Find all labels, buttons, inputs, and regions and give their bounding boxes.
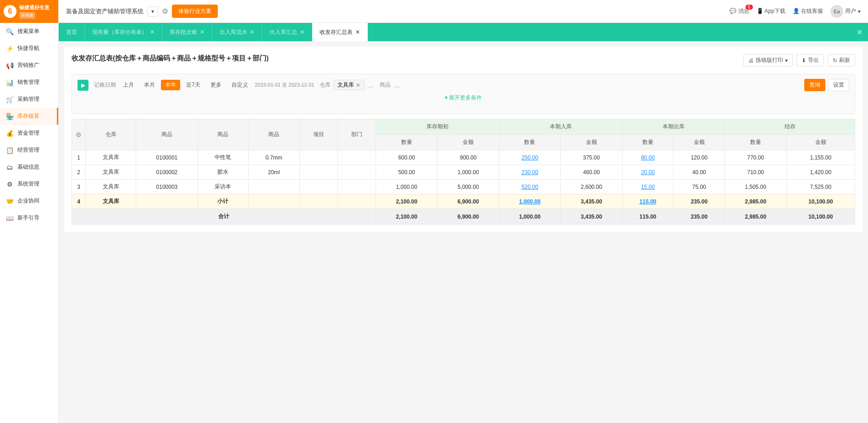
footer-out-qty: 115.00	[622, 209, 674, 225]
row-in-qty[interactable]: 520.00	[499, 180, 560, 194]
row-out-qty[interactable]: 80.00	[622, 150, 674, 165]
sidebar-item-newguide[interactable]: 📖 新手引导	[0, 209, 58, 226]
gear-icon[interactable]: ⚙	[162, 7, 168, 16]
sidebar-item-operations[interactable]: 📋 经营管理	[0, 142, 58, 159]
row-out-qty[interactable]: 20.00	[622, 165, 674, 180]
sidebar-item-label: 快捷导航	[17, 44, 39, 52]
avatar: Ea	[830, 5, 843, 18]
tab-close-recv-send-summary[interactable]: ✕	[355, 29, 360, 35]
sidebar-item-purchase[interactable]: 🛒 采购管理	[0, 91, 58, 108]
sidebar: 6 畅捷通好生意 标准版 🔍 搜索菜单 ⚡ 快捷导航 📢 营销推广 📊 销售管理…	[0, 0, 59, 423]
refresh-button[interactable]: ↻ 刷新	[828, 54, 855, 66]
sidebar-item-system[interactable]: ⚙ 系统管理	[0, 176, 58, 192]
sidebar-item-label: 营销推广	[17, 61, 39, 69]
purchase-icon: 🛒	[6, 96, 14, 103]
settings-button[interactable]: 设置	[828, 79, 849, 91]
sidebar-item-marketing[interactable]: 📢 营销推广	[0, 57, 58, 74]
footer-in-amt: 3,435.00	[561, 209, 622, 225]
date-btn-this-year[interactable]: 本年	[161, 80, 180, 90]
header-right: 💬 6 消息 📱 App下载 👤 在线客服 Ea 用户 ▾	[730, 5, 861, 18]
tab-close-batch-ledger[interactable]: ✕	[200, 29, 205, 35]
warehouse-tag[interactable]: 文具库 ✕	[333, 80, 365, 90]
row-warehouse: 文具库	[86, 180, 136, 194]
search-icon: 🔍	[6, 28, 14, 35]
row-open-qty: 500.00	[376, 165, 437, 180]
row-in-amt: 375.00	[561, 150, 622, 165]
page-title: 收发存汇总表(按仓库＋商品编码＋商品＋规格型号＋项目＋部门)	[72, 54, 269, 63]
footer-label: 合计	[72, 209, 376, 225]
date-btn-more[interactable]: 更多	[206, 80, 226, 90]
row-bal-amt: 7,525.00	[786, 180, 855, 194]
tab-recv-send-summary[interactable]: 收发存汇总表 ✕	[312, 23, 368, 41]
row-warehouse: 文具库	[86, 150, 136, 165]
col-spec: 商品	[248, 119, 299, 150]
tab-inout-flow[interactable]: 出入库流水 ✕	[212, 23, 262, 41]
sidebar-item-search[interactable]: 🔍 搜索菜单	[0, 23, 58, 40]
user-area[interactable]: Ea 用户 ▾	[830, 5, 861, 18]
sidebar-item-finance[interactable]: 💰 资金管理	[0, 125, 58, 142]
tab-close-inout-summary[interactable]: ✕	[300, 29, 304, 35]
row-in-amt: 460.00	[561, 165, 622, 180]
row-out-qty[interactable]: 15.00	[622, 180, 674, 194]
table-wrap: ⚙ 仓库 商品 商品 商品 项目 部门 库存期初 本期入库 本期出库 结存	[72, 119, 855, 225]
tab-close-stock-dist[interactable]: ✕	[150, 29, 155, 35]
sidebar-item-quicknav[interactable]: ⚡ 快捷导航	[0, 40, 58, 57]
expand-icon: ▾	[445, 94, 449, 101]
row-spec	[248, 194, 299, 209]
sidebar-item-enterprise[interactable]: 🤝 企业协同	[0, 192, 58, 209]
goods-more-dots[interactable]: ...	[393, 82, 400, 89]
content-area: 收发存汇总表(按仓库＋商品编码＋商品＋规格型号＋项目＋部门) 🖨 拣镜版打印 ▾…	[59, 41, 868, 423]
date-btn-last-month[interactable]: 上月	[119, 80, 138, 90]
table-row: 2文具库0100002胶水20ml500.001,000.00230.00460…	[72, 165, 855, 180]
row-spec: 0.7mm	[248, 150, 299, 165]
tab-home[interactable]: 首页	[59, 23, 85, 41]
footer-bal-qty: 2,985.00	[725, 209, 786, 225]
filter-collapse-btn[interactable]: ▶	[77, 80, 88, 91]
message-btn[interactable]: 💬 6 消息	[730, 7, 749, 15]
warehouse-more-dots[interactable]: ...	[367, 82, 374, 89]
footer-open-qty: 2,100.00	[376, 209, 437, 225]
row-open-qty: 2,100.00	[376, 194, 437, 209]
online-service-btn[interactable]: 👤 在线客服	[793, 7, 823, 15]
row-no: 4	[72, 194, 86, 209]
logo-text: 畅捷通好生意 标准版	[19, 4, 50, 19]
row-in-qty[interactable]: 250.00	[499, 150, 560, 165]
tab-close-inout-flow[interactable]: ✕	[250, 29, 254, 35]
col-group-in: 本期入库	[499, 119, 622, 135]
col-code: 商品	[136, 119, 198, 150]
row-warehouse: 文具库	[86, 194, 136, 209]
row-project	[299, 165, 337, 180]
row-name: 小计	[198, 194, 248, 209]
date-btn-custom[interactable]: 自定义	[227, 80, 252, 90]
warehouse-tag-close[interactable]: ✕	[356, 82, 360, 88]
row-code: 0100002	[136, 165, 198, 180]
sidebar-item-sales[interactable]: 📊 销售管理	[0, 74, 58, 91]
sales-icon: 📊	[6, 79, 14, 86]
header-left: 装备及固定资产辅助管理系统 ▾ ⚙ 体验行业方案	[66, 5, 218, 18]
sidebar-item-basic[interactable]: 🗂 基础信息	[0, 159, 58, 176]
table-settings-icon[interactable]: ⚙	[76, 131, 82, 138]
expand-more-btn[interactable]: ▾ 展开更多条件	[445, 94, 482, 102]
tab-inout-summary[interactable]: 出入库汇总 ✕	[262, 23, 312, 41]
print-icon: 🖨	[748, 57, 754, 64]
export-button[interactable]: ⬇ 导出	[796, 54, 824, 66]
row-in-qty[interactable]: 1,000.00	[499, 194, 560, 209]
date-btn-7days[interactable]: 近7天	[182, 80, 205, 90]
tab-batch-ledger[interactable]: 库存批次账 ✕	[162, 23, 212, 41]
row-out-qty[interactable]: 115.00	[622, 194, 674, 209]
row-dept	[337, 150, 376, 165]
date-btn-this-month[interactable]: 本月	[140, 80, 159, 90]
row-dept	[337, 180, 376, 194]
footer-open-amt: 6,900.00	[437, 209, 499, 225]
query-button[interactable]: 查询	[804, 79, 825, 91]
system-dropdown[interactable]: ▾	[147, 6, 158, 16]
row-in-qty[interactable]: 230.00	[499, 165, 560, 180]
message-icon: 💬	[730, 8, 736, 14]
trial-button[interactable]: 体验行业方案	[172, 5, 218, 18]
app-download-btn[interactable]: 📱 App下载	[757, 7, 785, 15]
sidebar-item-inventory[interactable]: 🏪 库存核算	[0, 108, 58, 125]
print-button[interactable]: 🖨 拣镜版打印 ▾	[743, 54, 793, 66]
warehouse-filter: 仓库 文具库 ✕ ...	[320, 80, 374, 90]
close-all-tabs[interactable]: ✕	[851, 28, 868, 37]
tab-stock-dist[interactable]: 现存量（库存分布表） ✕	[85, 23, 162, 41]
